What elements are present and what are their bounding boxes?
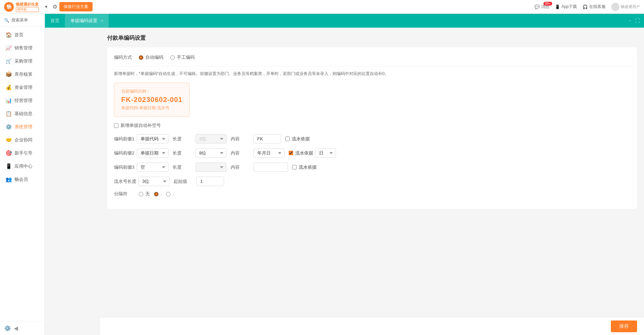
- content1-input[interactable]: [253, 134, 281, 143]
- sidebar-item-operation[interactable]: 📊 经营管理: [0, 94, 45, 107]
- waterfall1-item: 流水依据: [285, 136, 310, 142]
- tab-encoding-settings[interactable]: 单据编码设置 ×: [65, 14, 109, 28]
- length3-select[interactable]: [195, 162, 227, 172]
- user-menu[interactable]: 畅捷通用户: [611, 3, 640, 11]
- sidebar-menu: 🏠 首页 📈 销售管理 🛒 采购管理 📦 库存核算 💰 资金管理 📊 经营管理 …: [0, 27, 45, 321]
- sep-dash-char: ·: [173, 192, 174, 197]
- prefix3-item: 编码前缀3 空 单据代码 单据日期 部门 业务员: [114, 162, 169, 172]
- waterfall3-label: 流水依据: [299, 164, 317, 170]
- member-icon: 👥: [6, 176, 12, 183]
- sep-dash-label[interactable]: ·: [166, 192, 174, 197]
- messages-btn[interactable]: 💬 消息 99+: [535, 4, 549, 10]
- example-label: 当前编码示例：: [121, 89, 182, 94]
- nav-dropdown[interactable]: ▼: [42, 4, 50, 9]
- operation-icon: 📊: [6, 97, 12, 104]
- sidebar-item-member[interactable]: 👥 畅会员: [0, 173, 45, 186]
- auto-fill-checkbox[interactable]: [114, 123, 118, 128]
- tab-close-btn[interactable]: ×: [101, 18, 103, 23]
- content2-select[interactable]: 年月日 年月 年: [253, 148, 285, 158]
- collapse-icon[interactable]: ◀: [14, 325, 18, 332]
- serial-length-label: 流水号长度: [114, 178, 136, 185]
- top-bar: 畅 畅捷通好生意 插件版 ▼ ⚙ 体验行业方案 💬 消息 99+ 📱 App下载…: [0, 0, 644, 14]
- guide-icon: 🎯: [6, 150, 12, 156]
- sidebar-bottom: ⚙️ ◀: [0, 321, 45, 335]
- info-text: 新增单据时，*单据编码*自动生成，不可编辑。前缀设置为部门、业务员等档案类，开单…: [114, 71, 630, 77]
- separator-label: 分隔符: [114, 191, 135, 197]
- sidebar-item-inventory[interactable]: 📦 库存核算: [0, 68, 45, 81]
- sidebar-item-sales[interactable]: 📈 销售管理: [0, 41, 45, 55]
- inventory-icon: 📦: [6, 71, 12, 77]
- content3-item: 内容: [231, 162, 288, 172]
- nav-tabs: 首页 单据编码设置 × － ⛶: [45, 14, 644, 28]
- online-service-btn[interactable]: 🎧 在线客服: [583, 4, 606, 10]
- prefix1-row: 编码前缀1 单据代码 单据日期 部门 业务员 空 长度 2位: [114, 134, 630, 143]
- auto-encode-radio[interactable]: [139, 55, 143, 60]
- logo-icon: 畅: [4, 2, 14, 12]
- sep-dot-label[interactable]: ·: [154, 192, 162, 197]
- length1-label: 长度: [173, 136, 193, 142]
- auto-encode-radio-label[interactable]: 自动编码: [139, 54, 163, 61]
- top-bar-left: 畅 畅捷通好生意 插件版 ▼ ⚙ 体验行业方案: [4, 2, 93, 12]
- expand-icon[interactable]: ⛶: [635, 18, 640, 24]
- prefix2-select[interactable]: 单据日期 单据代码 部门 业务员 空: [137, 148, 169, 158]
- length3-item: 长度: [173, 162, 227, 172]
- waterfall2-label: 流水依据: [295, 150, 313, 156]
- app-download-btn[interactable]: 📱 App下载: [555, 4, 577, 10]
- waterfall3-checkbox[interactable]: [292, 165, 297, 169]
- waterfall3-item: 流水依据: [292, 164, 317, 170]
- sep-dot-radio[interactable]: [154, 192, 158, 196]
- sidebar-item-basic[interactable]: 📋 基础信息: [0, 107, 45, 120]
- prefix3-select[interactable]: 空 单据代码 单据日期 部门 业务员: [137, 162, 169, 172]
- waterfall2-checkbox[interactable]: [289, 151, 293, 155]
- message-icon: 💬: [535, 4, 540, 9]
- prefix2-row: 编码前缀2 单据日期 单据代码 部门 业务员 空 长度 8位 6位 10位: [114, 148, 630, 158]
- trial-btn[interactable]: 体验行业方案: [59, 2, 93, 11]
- start-value-input[interactable]: [196, 177, 224, 186]
- purchase-icon: 🛒: [6, 58, 12, 64]
- manual-encode-radio[interactable]: [170, 55, 175, 60]
- serial-row: 流水号长度 3位 4位 5位 6位 起始值: [114, 177, 630, 186]
- waterfall1-checkbox[interactable]: [285, 137, 290, 141]
- divider1: [114, 66, 630, 66]
- prefix2-label: 编码前缀2: [114, 150, 135, 156]
- content3-input[interactable]: [253, 162, 288, 172]
- tab-home[interactable]: 首页: [45, 14, 65, 28]
- content-area: 付款单编码设置 编码方式 自动编码 手工编码 新增单据时，*单据编码*自动生成，…: [100, 28, 644, 335]
- content1-item: 内容: [231, 134, 281, 143]
- save-btn[interactable]: 保存: [611, 320, 637, 332]
- settings-bottom-icon[interactable]: ⚙️: [4, 325, 11, 332]
- length2-select[interactable]: 8位 6位 10位: [195, 148, 227, 158]
- example-sub: 单据代码-单据日期-流水号: [121, 105, 182, 111]
- user-avatar: [611, 3, 619, 11]
- length3-label: 长度: [173, 164, 193, 170]
- sidebar-item-finance[interactable]: 💰 资金管理: [0, 81, 45, 94]
- sep-none-label[interactable]: 无: [139, 191, 150, 197]
- content2-item: 内容 年月日 年月 年: [231, 148, 285, 158]
- sidebar-item-home[interactable]: 🏠 首页: [0, 28, 45, 41]
- auto-fill-label[interactable]: 新增单据自动补空号: [114, 122, 630, 129]
- manual-encode-radio-label[interactable]: 手工编码: [170, 54, 195, 61]
- waterfall2-period-select[interactable]: 日 月 年: [315, 148, 336, 158]
- prefix3-label: 编码前缀3: [114, 164, 135, 170]
- prefix3-row: 编码前缀3 空 单据代码 单据日期 部门 业务员 长度: [114, 162, 630, 172]
- length1-item: 长度 2位: [173, 134, 227, 143]
- sidebar-item-enterprise[interactable]: 🤝 企业协同: [0, 133, 45, 147]
- enterprise-icon: 🤝: [6, 137, 12, 143]
- length1-select[interactable]: 2位: [195, 134, 227, 143]
- settings-card: 编码方式 自动编码 手工编码 新增单据时，*单据编码*自动生成，不可编辑。前缀设…: [107, 47, 637, 209]
- sidebar-item-purchase[interactable]: 🛒 采购管理: [0, 55, 45, 68]
- left-sidebar: 🔍 搜索菜单 🏠 首页 📈 销售管理 🛒 采购管理 📦 库存核算 💰 资金管理 …: [0, 14, 45, 335]
- nav-settings-icon[interactable]: ⚙: [52, 3, 57, 10]
- sep-dash-radio[interactable]: [166, 192, 171, 196]
- serial-length-select[interactable]: 3位 4位 5位 6位: [138, 177, 170, 186]
- apps-icon: 📱: [6, 163, 12, 169]
- minimize-icon[interactable]: －: [627, 18, 632, 24]
- search-menu-btn[interactable]: 🔍 搜索菜单: [0, 14, 45, 27]
- sidebar-item-guide[interactable]: 🎯 新手引导: [0, 147, 45, 160]
- prefix2-item: 编码前缀2 单据日期 单据代码 部门 业务员 空: [114, 148, 169, 158]
- sep-none-radio[interactable]: [139, 192, 143, 196]
- prefix1-select[interactable]: 单据代码 单据日期 部门 业务员 空: [137, 134, 169, 143]
- prefix1-item: 编码前缀1 单据代码 单据日期 部门 业务员 空: [114, 134, 169, 143]
- sidebar-item-system[interactable]: ⚙️ 系统管理: [0, 120, 45, 133]
- sidebar-item-apps[interactable]: 📱 应用中心: [0, 160, 45, 173]
